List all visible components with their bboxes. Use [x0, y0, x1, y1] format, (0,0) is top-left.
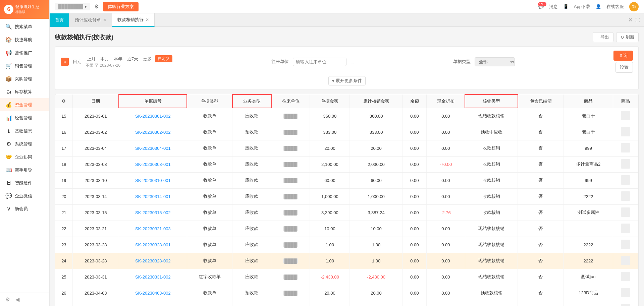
date-opt-this-month[interactable]: 本月: [99, 55, 110, 63]
query-button[interactable]: 查询: [613, 51, 633, 61]
sidebar-item-hardware[interactable]: 🖥 智能硬件: [0, 177, 49, 189]
sidebar-item-inventory[interactable]: 🗂 库存核算: [0, 85, 49, 98]
cell-doc-no[interactable]: SK-20230328-002: [119, 253, 187, 269]
collapse-icon[interactable]: ◀: [15, 296, 19, 303]
cell-doc-no[interactable]: SK-20230310-001: [119, 172, 187, 188]
cell-doc-no[interactable]: SK-20230308-001: [119, 156, 187, 172]
cell-doc-no[interactable]: SK-20230304-001: [119, 140, 187, 156]
doc-no-link[interactable]: SK-20230310-001: [135, 178, 171, 183]
page-content: 收款核销执行(按收款) ↑ 导出 ↻ 刷新 »: [50, 27, 644, 306]
sidebar-item-search[interactable]: 🔍 搜索菜单: [0, 20, 49, 33]
cell-partner: ████: [271, 301, 310, 306]
date-opt-custom[interactable]: 自定义: [155, 55, 172, 62]
cell-doc-no[interactable]: SK-20230314-001: [119, 188, 187, 204]
app-download-icon[interactable]: 📱: [563, 4, 569, 9]
sidebar-item-basic[interactable]: ℹ 基础信息: [0, 124, 49, 137]
cell-writeoff: 60.00: [350, 172, 402, 188]
tab-receivables[interactable]: 预计应收付单 ✕: [69, 13, 112, 27]
goods-thumbnail: [621, 111, 630, 120]
sidebar-item-corp[interactable]: 🤝 企业协同: [0, 150, 49, 164]
sidebar-item-guide[interactable]: 📖 新手引导: [0, 164, 49, 177]
sidebar-item-ops[interactable]: 📊 经营管理: [0, 111, 49, 124]
cell-settled: 否: [518, 156, 564, 172]
sidebar-item-label: 畅会员: [15, 206, 28, 212]
goods-thumbnail: [621, 175, 630, 185]
cell-doc-no[interactable]: SK-20230328-001: [119, 237, 187, 253]
sidebar-item-purchase[interactable]: 📦 采购管理: [0, 72, 49, 85]
message-icon[interactable]: 💬 99+: [538, 4, 544, 9]
cell-doc-no[interactable]: SK-20230403-002: [119, 285, 187, 301]
cell-amount: 333.00: [310, 124, 350, 140]
maximize-icon[interactable]: ⛶: [635, 17, 640, 23]
cell-doc-no[interactable]: SK-20230302-002: [119, 124, 187, 140]
cell-date: 2023-03-10: [72, 172, 119, 188]
sidebar-item-finance[interactable]: 💰 资金管理: [0, 98, 49, 111]
doc-no-link[interactable]: SK-20230308-001: [135, 162, 171, 167]
filter-expand-toggle: »: [61, 58, 69, 66]
partner-filter-input[interactable]: [293, 58, 346, 66]
table-row: 182023-03-08SK-20230308-001收款单应收款████2,1…: [55, 156, 638, 172]
cell-biz-type: 应收款: [232, 237, 271, 253]
user-avatar[interactable]: Rit: [629, 2, 639, 11]
sidebar-item-quick[interactable]: 🏠 快捷导航: [0, 33, 49, 46]
refresh-button[interactable]: ↻ 刷新: [616, 32, 639, 42]
doc-no-link[interactable]: SK-20230328-002: [135, 258, 171, 263]
cell-biz-type: 应收款: [232, 108, 271, 124]
online-support-label[interactable]: 在线客服: [606, 4, 624, 10]
export-button[interactable]: ↑ 导出: [593, 32, 614, 42]
settings-icon[interactable]: ⚙: [5, 296, 10, 303]
app-download-label[interactable]: App下载: [574, 4, 590, 10]
tab-writeoff[interactable]: 收款核销执行 ✕: [112, 13, 155, 27]
cell-idx: 23: [55, 237, 72, 253]
cell-doc-no[interactable]: SK-20230408-001: [119, 301, 187, 306]
doc-no-link[interactable]: SK-20230315-002: [135, 210, 171, 215]
sidebar-item-wechat[interactable]: 💬 企业微信: [0, 189, 49, 202]
doc-no-link[interactable]: SK-20230321-003: [135, 226, 171, 231]
cell-idx: 19: [55, 172, 72, 188]
doc-no-link[interactable]: SK-20230301-002: [135, 114, 171, 119]
wechat-icon: 💬: [5, 193, 12, 199]
doc-no-link[interactable]: SK-20230331-002: [135, 274, 171, 280]
cell-doc-no[interactable]: SK-20230301-002: [119, 108, 187, 124]
cell-writeoff: 20.00: [350, 285, 402, 301]
sidebar-item-system[interactable]: ⚙ 系统管理: [0, 137, 49, 150]
cell-goods: 999: [564, 172, 613, 188]
solution-button[interactable]: 体验行业方案: [103, 2, 139, 11]
tab-writeoff-close[interactable]: ✕: [146, 17, 149, 22]
online-support-icon[interactable]: 👤: [596, 4, 601, 9]
doc-no-link[interactable]: SK-20230304-001: [135, 146, 171, 151]
messages-label: 消息: [549, 4, 558, 10]
close-window-icon[interactable]: ✕: [628, 17, 633, 23]
date-opt-more[interactable]: 更多: [142, 55, 153, 63]
doc-no-link[interactable]: SK-20230302-002: [135, 130, 171, 135]
date-opt-last-month[interactable]: 上月: [86, 55, 97, 63]
filter-setting-button[interactable]: 设置: [615, 62, 633, 73]
doc-no-link[interactable]: SK-20230403-002: [135, 291, 171, 296]
cell-goods: 老白干: [564, 124, 613, 140]
sidebar: 6 畅康道好生意 标推版 🔍 搜索菜单 🏠 快捷导航 📢 营销推广 🛒 销售管理…: [0, 0, 50, 306]
data-table: ⚙ 日期 单据编号 单据类型 业务类型 往来单位 单据金额 累计核销金额 余额 …: [55, 94, 638, 306]
table-scroll[interactable]: ⚙ 日期 单据编号 单据类型 业务类型 往来单位 单据金额 累计核销金额 余额 …: [55, 94, 638, 306]
tab-receivables-close[interactable]: ✕: [103, 18, 106, 22]
doc-no-link[interactable]: SK-20230314-001: [135, 194, 171, 199]
cell-doc-no[interactable]: SK-20230331-002: [119, 269, 187, 285]
cell-cancel-type: 现结收款核销: [465, 237, 518, 253]
date-opt-this-year[interactable]: 本年: [112, 55, 124, 63]
cell-doc-no[interactable]: SK-20230315-002: [119, 204, 187, 221]
sidebar-item-sales[interactable]: 🛒 销售管理: [0, 59, 49, 72]
tab-home[interactable]: 首页: [50, 13, 69, 27]
cell-doc-no[interactable]: SK-20230321-003: [119, 221, 187, 237]
expand-more-button[interactable]: ▾ 展开更多条件: [328, 76, 366, 85]
date-opt-7days[interactable]: 近7天: [126, 55, 140, 63]
sidebar-item-marketing[interactable]: 📢 营销推广: [0, 46, 49, 59]
topbar-gear-icon[interactable]: ⚙: [94, 3, 99, 10]
org-selector[interactable]: ████████ ▾: [55, 3, 90, 10]
doc-no-link[interactable]: SK-20230328-001: [135, 242, 171, 247]
sidebar-item-label: 库存核算: [15, 89, 32, 95]
cell-amount: 3,390.00: [310, 204, 350, 221]
doc-type-filter-select[interactable]: 全部 收款单 红字收款单: [475, 57, 515, 66]
cell-amount: 10.00: [310, 221, 350, 237]
col-header-goods: 商品: [564, 95, 613, 108]
filter-expand-button[interactable]: »: [61, 58, 69, 66]
sidebar-item-member[interactable]: V 畅会员: [0, 202, 49, 215]
